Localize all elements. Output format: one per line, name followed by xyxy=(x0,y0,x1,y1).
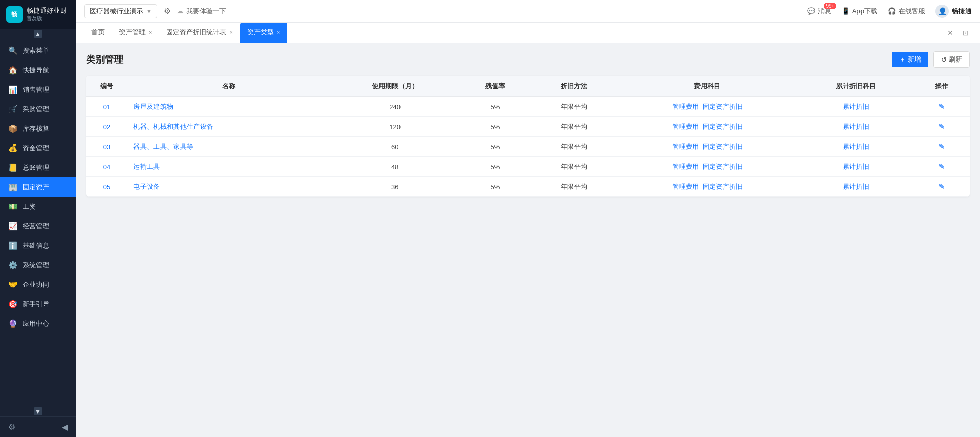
cell-expense: 管理费用_固定资产折旧 xyxy=(616,97,798,117)
edit-icon[interactable]: ✎ xyxy=(938,122,945,131)
page-title: 类别管理 xyxy=(86,53,123,66)
sidebar-item-label: 工资 xyxy=(23,202,36,211)
collapse-icon[interactable]: ◀ xyxy=(62,422,68,432)
tab-home[interactable]: 首页 xyxy=(84,23,112,43)
sidebar-item-label: 固定资产 xyxy=(23,183,49,192)
settings-footer-icon[interactable]: ⚙ xyxy=(8,422,15,432)
cell-name: 机器、机械和其他生产设备 xyxy=(127,117,330,137)
table-row: 04 运输工具 48 5% 年限平均 管理费用_固定资产折旧 累计折旧 ✎ xyxy=(86,157,970,177)
new-button[interactable]: ＋ 新增 xyxy=(892,52,928,67)
sidebar-item-purchase[interactable]: 🛒 采购管理 xyxy=(0,100,76,119)
purchase-icon: 🛒 xyxy=(8,105,17,114)
topbar-settings-icon[interactable]: ⚙ xyxy=(164,6,171,16)
message-icon: 💬 xyxy=(807,7,815,15)
column-header: 费用科目 xyxy=(616,76,798,97)
fixed-assets-icon: 🏢 xyxy=(8,183,17,192)
cell-period: 120 xyxy=(330,117,460,137)
sidebar-item-newbie[interactable]: 🎯 新手引导 xyxy=(0,294,76,314)
edit-icon[interactable]: ✎ xyxy=(938,182,945,191)
salary-icon: 💵 xyxy=(8,202,17,211)
username: 畅捷通 xyxy=(952,7,972,16)
cell-period: 240 xyxy=(330,97,460,117)
cell-name: 电子设备 xyxy=(127,177,330,197)
app-download-button[interactable]: 📱 App下载 xyxy=(842,7,877,16)
cell-name: 运输工具 xyxy=(127,157,330,177)
user-menu[interactable]: 👤 畅捷通 xyxy=(935,5,972,18)
tab-depreciation-report[interactable]: 固定资产折旧统计表× xyxy=(159,23,239,43)
sidebar-item-label: 库存核算 xyxy=(23,124,49,133)
sales-icon: 📊 xyxy=(8,85,17,94)
sidebar-item-finance[interactable]: 💰 资金管理 xyxy=(0,138,76,158)
cell-residual: 5% xyxy=(460,137,531,157)
cell-residual: 5% xyxy=(460,97,531,117)
cell-method: 年限平均 xyxy=(531,177,616,197)
message-badge: 99+ xyxy=(824,3,836,9)
online-support-button[interactable]: 🎧 在线客服 xyxy=(888,7,925,16)
edit-icon[interactable]: ✎ xyxy=(938,162,945,171)
sidebar-item-label: 企业协同 xyxy=(23,280,49,289)
basic-info-icon: ℹ️ xyxy=(8,241,17,250)
sidebar-item-salary[interactable]: 💵 工资 xyxy=(0,197,76,216)
close-window-button[interactable]: ✕ xyxy=(944,27,956,39)
edit-icon[interactable]: ✎ xyxy=(938,142,945,151)
scroll-up-button[interactable]: ▲ xyxy=(34,30,42,38)
cell-method: 年限平均 xyxy=(531,137,616,157)
table-row: 02 机器、机械和其他生产设备 120 5% 年限平均 管理费用_固定资产折旧 … xyxy=(86,117,970,137)
refresh-icon: ↺ xyxy=(941,56,947,64)
sidebar-item-sales[interactable]: 📊 销售管理 xyxy=(0,80,76,100)
table-body: 01 房屋及建筑物 240 5% 年限平均 管理费用_固定资产折旧 累计折旧 ✎… xyxy=(86,97,970,197)
sidebar-item-inventory[interactable]: 📦 库存核算 xyxy=(0,119,76,138)
column-header: 累计折旧科目 xyxy=(798,76,913,97)
tab-label-depreciation-report: 固定资产折旧统计表 xyxy=(166,28,226,37)
scroll-down-button[interactable]: ▼ xyxy=(34,407,42,415)
tab-close-asset-management[interactable]: × xyxy=(149,29,152,35)
edit-icon[interactable]: ✎ xyxy=(938,102,945,111)
page-header: 类别管理 ＋ 新增 ↺ 刷新 xyxy=(86,51,970,68)
sidebar-item-basic-info[interactable]: ℹ️ 基础信息 xyxy=(0,236,76,255)
app-download-label: App下载 xyxy=(852,7,877,16)
sidebar-item-operations[interactable]: 📈 经营管理 xyxy=(0,216,76,236)
cell-action[interactable]: ✎ xyxy=(913,117,970,137)
column-header: 编号 xyxy=(86,76,127,97)
column-header: 名称 xyxy=(127,76,330,97)
sidebar-item-quick-nav[interactable]: 🏠 快捷导航 xyxy=(0,61,76,80)
app-info: 畅捷通好业财 普及版 xyxy=(27,7,67,23)
sidebar-item-app-center[interactable]: 🔮 应用中心 xyxy=(0,314,76,333)
cell-action[interactable]: ✎ xyxy=(913,157,970,177)
cell-action[interactable]: ✎ xyxy=(913,97,970,117)
sidebar-item-fixed-assets[interactable]: 🏢 固定资产 xyxy=(0,177,76,197)
tab-asset-type[interactable]: 资产类型× xyxy=(240,23,287,43)
cell-expense: 管理费用_固定资产折旧 xyxy=(616,137,798,157)
company-name: 医疗器械行业演示 xyxy=(90,7,143,16)
company-selector[interactable]: 医疗器械行业演示 ▼ xyxy=(84,4,157,18)
app-logo: 畅 xyxy=(6,6,23,23)
tab-close-depreciation-report[interactable]: × xyxy=(229,29,232,35)
column-header: 操作 xyxy=(913,76,970,97)
search-icon: 🔍 xyxy=(8,46,17,55)
avatar: 👤 xyxy=(935,5,949,18)
tab-close-asset-type[interactable]: × xyxy=(277,29,280,35)
trial-button[interactable]: ☁ 我要体验一下 xyxy=(177,7,226,16)
cell-action[interactable]: ✎ xyxy=(913,137,970,157)
sidebar-item-enterprise[interactable]: 🤝 企业协同 xyxy=(0,275,76,294)
sidebar-item-system[interactable]: ⚙️ 系统管理 xyxy=(0,255,76,275)
plus-icon: ＋ xyxy=(899,55,906,64)
ledger-icon: 📒 xyxy=(8,163,17,172)
quick-nav-icon: 🏠 xyxy=(8,66,17,75)
cell-accumulated: 累计折旧 xyxy=(798,137,913,157)
system-icon: ⚙️ xyxy=(8,261,17,270)
online-support-label: 在线客服 xyxy=(898,7,925,16)
cell-action[interactable]: ✎ xyxy=(913,177,970,197)
sidebar-item-search[interactable]: 🔍 搜索菜单 xyxy=(0,41,76,61)
cell-residual: 5% xyxy=(460,157,531,177)
column-header: 使用期限（月） xyxy=(330,76,460,97)
cell-id: 01 xyxy=(86,97,127,117)
refresh-button[interactable]: ↺ 刷新 xyxy=(933,51,970,68)
expand-window-button[interactable]: ⊡ xyxy=(959,27,972,39)
tab-asset-management[interactable]: 资产管理× xyxy=(112,23,159,43)
message-button[interactable]: 💬 消息 99+ xyxy=(807,7,831,16)
newbie-icon: 🎯 xyxy=(8,300,17,309)
table-row: 01 房屋及建筑物 240 5% 年限平均 管理费用_固定资产折旧 累计折旧 ✎ xyxy=(86,97,970,117)
inventory-icon: 📦 xyxy=(8,124,17,133)
sidebar-item-ledger[interactable]: 📒 总账管理 xyxy=(0,158,76,177)
